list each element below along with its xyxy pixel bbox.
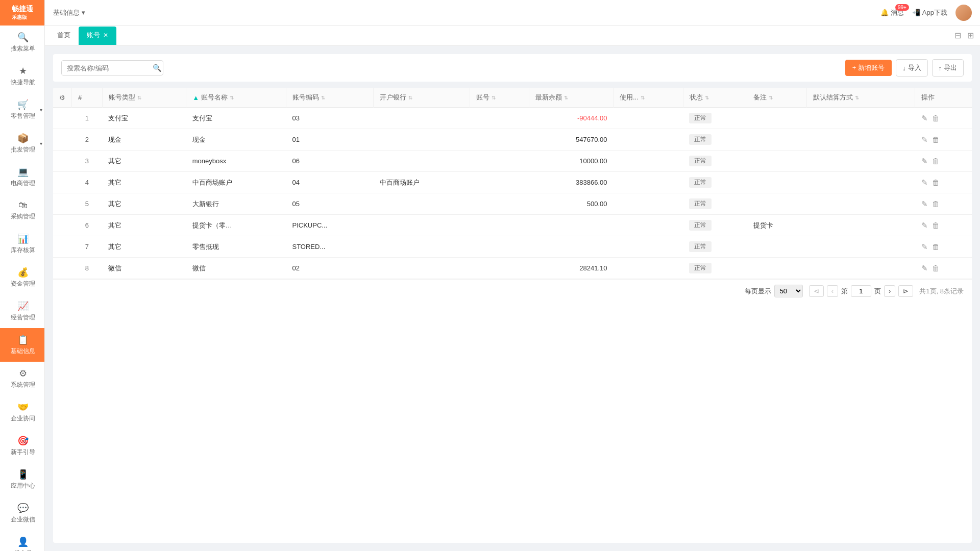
sidebar-item-purchase[interactable]: 🛍 采购管理	[0, 194, 44, 227]
breadcrumb-dropdown[interactable]: 基础信息 ▾	[53, 8, 85, 17]
th-type[interactable]: 账号类型 ⇅	[102, 88, 186, 108]
row-bank	[374, 151, 470, 172]
last-page-button[interactable]: ⊳	[898, 285, 913, 297]
edit-icon[interactable]: ✎	[921, 221, 928, 230]
search-wrapper: 🔍	[61, 60, 163, 76]
th-bank[interactable]: 开户银行 ⇅	[374, 88, 470, 108]
th-remark-sort-icon[interactable]: ⇅	[769, 95, 773, 101]
edit-icon[interactable]: ✎	[921, 157, 928, 166]
sidebar-item-label: 零售管理	[11, 112, 35, 120]
app-download-button[interactable]: 📲 App下载	[912, 8, 947, 17]
row-usage	[613, 236, 683, 258]
sidebar-item-enterprise-agreement[interactable]: 🤝 企业协同	[0, 395, 44, 429]
th-gear[interactable]: ⚙	[53, 88, 72, 108]
sidebar-item-quick-nav[interactable]: ★ 快捷导航	[0, 59, 44, 93]
prev-page-button[interactable]: ‹	[827, 285, 838, 297]
message-button[interactable]: 🔔 消息 99+	[880, 8, 904, 17]
page-number-input[interactable]	[851, 285, 871, 297]
sidebar-item-finance[interactable]: 💰 资金管理	[0, 261, 44, 294]
edit-icon[interactable]: ✎	[921, 114, 928, 123]
th-usage-sort-icon[interactable]: ⇅	[641, 95, 645, 101]
th-name-sort-icon[interactable]: ⇅	[230, 95, 234, 101]
search-icon[interactable]: 🔍	[149, 61, 163, 75]
status-badge: 正常	[689, 134, 712, 145]
row-account	[470, 236, 529, 258]
row-default-pay	[806, 151, 915, 172]
next-page-button[interactable]: ›	[884, 285, 895, 297]
th-bank-sort-icon[interactable]: ⇅	[408, 95, 412, 101]
th-name[interactable]: ▲ 账号名称 ⇅	[186, 88, 286, 108]
export-button[interactable]: ↑ 导出	[932, 59, 964, 77]
tab-close-icon[interactable]: ✕	[103, 32, 108, 39]
row-remark	[747, 129, 807, 151]
import-icon: ↓	[902, 64, 906, 72]
delete-icon[interactable]: 🗑	[932, 178, 940, 187]
sidebar-item-system[interactable]: ⚙ 系统管理	[0, 362, 44, 395]
row-actions: ✎ 🗑	[915, 193, 972, 215]
sidebar-item-search[interactable]: 🔍 搜索菜单	[0, 26, 44, 59]
row-index: 1	[72, 108, 103, 129]
row-type: 微信	[102, 258, 186, 279]
row-balance: 383866.00	[529, 172, 614, 193]
ecommerce-icon: 💻	[17, 166, 29, 178]
operations-icon: 📈	[17, 300, 29, 312]
th-status[interactable]: 状态 ⇅	[683, 88, 747, 108]
sidebar-item-member[interactable]: 👤 畅会员	[0, 530, 44, 551]
sidebar-item-retail[interactable]: 🛒 零售管理	[0, 93, 44, 127]
th-balance[interactable]: 最新余额 ⇅	[529, 88, 614, 108]
sidebar-item-enterprise-wechat[interactable]: 💬 企业微信	[0, 496, 44, 530]
row-type: 现金	[102, 129, 186, 151]
table-row: 6 其它 提货卡（零… PICKUPC... 正常 提货卡 ✎ 🗑	[53, 215, 972, 236]
import-button[interactable]: ↓ 导入	[896, 59, 928, 77]
sidebar-item-base-info[interactable]: 📋 基础信息	[0, 328, 44, 362]
th-default-pay-sort-icon[interactable]: ⇅	[855, 95, 859, 101]
row-type: 其它	[102, 193, 186, 215]
th-default-pay[interactable]: 默认结算方式 ⇅	[806, 88, 915, 108]
row-status: 正常	[683, 258, 747, 279]
th-usage[interactable]: 使用... ⇅	[613, 88, 683, 108]
th-balance-sort-icon[interactable]: ⇅	[564, 95, 568, 101]
sidebar-item-operations[interactable]: 📈 经营管理	[0, 294, 44, 328]
edit-icon[interactable]: ✎	[921, 199, 928, 209]
th-code[interactable]: 账号编码 ⇅	[286, 88, 373, 108]
edit-icon[interactable]: ✎	[921, 178, 928, 187]
sidebar-item-new-guide[interactable]: 🎯 新手引导	[0, 429, 44, 463]
delete-icon[interactable]: 🗑	[932, 264, 940, 272]
edit-icon[interactable]: ✎	[921, 264, 928, 273]
th-type-sort-icon[interactable]: ⇅	[137, 95, 141, 101]
row-usage	[613, 129, 683, 151]
th-status-sort-icon[interactable]: ⇅	[705, 95, 709, 101]
first-page-button[interactable]: ⊲	[809, 285, 824, 297]
sidebar-item-ecommerce[interactable]: 💻 电商管理	[0, 160, 44, 194]
tab-expand-icon[interactable]: ⊞	[965, 29, 976, 42]
delete-icon[interactable]: 🗑	[932, 114, 940, 122]
row-type: 其它	[102, 236, 186, 258]
logo-title: 畅捷通	[12, 5, 33, 14]
th-account-sort-icon[interactable]: ⇅	[492, 95, 496, 101]
sidebar-item-inventory[interactable]: 📊 库存核算	[0, 227, 44, 261]
row-index: 8	[72, 258, 103, 279]
delete-icon[interactable]: 🗑	[932, 135, 940, 144]
per-page-select[interactable]: 50 20 100	[774, 285, 803, 297]
delete-icon[interactable]: 🗑	[932, 242, 940, 251]
row-balance: 10000.00	[529, 151, 614, 172]
enterprise-icon: 🤝	[17, 402, 29, 413]
add-account-button[interactable]: + 新增账号	[845, 60, 892, 76]
sidebar-item-label: 批发管理	[11, 145, 35, 154]
tab-account[interactable]: 账号 ✕	[79, 27, 116, 45]
delete-icon[interactable]: 🗑	[932, 221, 940, 230]
sidebar-item-wholesale[interactable]: 📦 批发管理	[0, 127, 44, 160]
delete-icon[interactable]: 🗑	[932, 199, 940, 208]
tab-home[interactable]: 首页	[49, 27, 79, 45]
avatar[interactable]	[955, 5, 972, 21]
sidebar-item-app-center[interactable]: 📱 应用中心	[0, 463, 44, 496]
th-account[interactable]: 账号 ⇅	[470, 88, 529, 108]
th-code-sort-icon[interactable]: ⇅	[321, 95, 325, 101]
delete-icon[interactable]: 🗑	[932, 157, 940, 165]
edit-icon[interactable]: ✎	[921, 135, 928, 144]
page-suffix: 页	[874, 287, 881, 296]
tab-minimize-icon[interactable]: ⊟	[952, 29, 963, 42]
edit-icon[interactable]: ✎	[921, 242, 928, 252]
th-remark[interactable]: 备注 ⇅	[747, 88, 807, 108]
search-input[interactable]	[62, 61, 149, 75]
